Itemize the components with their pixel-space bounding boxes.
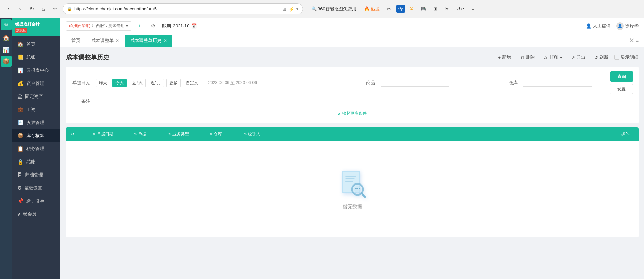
company-settings-button[interactable]: ⚙: [148, 22, 158, 30]
lightning-icon: ⚡: [289, 6, 294, 12]
vip-icon: V: [17, 212, 20, 217]
filter-actions: 查询 设置: [610, 71, 633, 94]
search-icon: 🔍: [311, 6, 317, 11]
warehouse-dots[interactable]: ···: [599, 80, 603, 86]
th-warehouse[interactable]: ⇅ 仓库: [206, 131, 240, 137]
scissors-tool[interactable]: ✂: [385, 5, 393, 13]
th-date[interactable]: ⇅ 单据日期: [89, 131, 131, 137]
tab-cost-adjust-history[interactable]: 成本调整单历史 ✕: [125, 35, 172, 47]
sidebar-item-capital[interactable]: 💰 资金管理: [12, 77, 60, 90]
print-button[interactable]: 🖨 打印 ▾: [541, 53, 565, 62]
th-type[interactable]: ⇅ 业务类型: [165, 131, 206, 137]
address-bar[interactable]: 🔒 https://cloud.chanjet.com/accounting/u…: [63, 3, 303, 14]
company-selector[interactable]: (勿删勿禁用) 江西服宝测试专用 ▾: [66, 21, 131, 31]
svg-point-10: [359, 188, 360, 189]
icon-sidebar: 畅 🏠 📊 📦: [0, 18, 12, 279]
sidebar-item-salary[interactable]: 💼 工资: [12, 103, 60, 116]
date-btn-today[interactable]: 今天: [112, 79, 127, 87]
tab-home[interactable]: 首页: [66, 35, 86, 47]
sidebar-item-fixed-assets[interactable]: 🏛 固定资产: [12, 90, 60, 103]
calendar-icon[interactable]: 📅: [191, 23, 197, 29]
refresh-button[interactable]: ↻: [27, 4, 36, 14]
game-tool[interactable]: 🎮: [418, 5, 428, 13]
new-button[interactable]: + 新增: [495, 53, 514, 62]
select-all-checkbox[interactable]: [82, 132, 86, 136]
more-tabs-button[interactable]: ≡: [636, 38, 639, 43]
sidebar-item-settings[interactable]: ⚙ 基础设置: [12, 181, 60, 194]
wallet-tool[interactable]: ¥: [408, 5, 415, 13]
undo-tool[interactable]: ↺↩: [454, 5, 466, 13]
th-gear[interactable]: ⚙: [66, 132, 78, 136]
tabs-bar: 首页 成本调整单 ✕ 成本调整单历史 ✕ ✕ ≡: [60, 34, 644, 47]
icon-sidebar-item-1[interactable]: 🏠: [1, 32, 12, 43]
period-value: 2021-10: [173, 23, 190, 29]
display-checkbox[interactable]: [614, 55, 619, 60]
refresh-button[interactable]: ↺ 刷新: [591, 53, 611, 62]
date-btn-custom[interactable]: 自定义: [183, 79, 201, 87]
table-header: ⚙ ⇅ 单据日期 ⇅ 单据… ⇅ 业务类型: [66, 127, 639, 141]
icon-sidebar-top1: 畅: [1, 19, 12, 30]
add-company-button[interactable]: +: [135, 22, 144, 31]
tab-cost-adjust[interactable]: 成本调整单 ✕: [86, 35, 125, 47]
sidebar-item-guide[interactable]: 📌 新手引导: [12, 194, 60, 208]
tab-cost-adjust-close[interactable]: ✕: [116, 38, 119, 43]
th-num[interactable]: ⇅ 单据…: [131, 131, 165, 137]
svg-point-9: [357, 188, 358, 189]
tab-cost-adjust-history-close[interactable]: ✕: [163, 38, 167, 43]
query-button[interactable]: 查询: [610, 71, 633, 82]
sidebar-item-home[interactable]: 🏠 首页: [12, 38, 60, 51]
menu-tool[interactable]: ≡: [470, 5, 476, 13]
goods-dots[interactable]: ···: [456, 80, 460, 86]
sidebar-item-ledger[interactable]: 📒 总账: [12, 51, 60, 64]
search-box[interactable]: 🔍 360智能抠图免费用: [309, 4, 359, 13]
sort-handler-icon: ⇅: [244, 132, 247, 136]
hot-search[interactable]: 🔥 热搜: [362, 4, 382, 13]
svg-rect-2: [345, 176, 356, 177]
home-button[interactable]: ⌂: [38, 4, 48, 14]
date-btn-yesterday[interactable]: 昨天: [96, 79, 110, 87]
filter-settings-button[interactable]: 设置: [610, 84, 633, 94]
forward-button[interactable]: ›: [15, 4, 25, 14]
svg-rect-3: [345, 178, 355, 179]
svg-line-7: [361, 193, 365, 197]
page-content: 成本调整单历史 + 新增 🗑 删除 🖨 打印 ▾: [60, 47, 644, 279]
main-sidebar: 畅捷通好会计 旗舰版 🏠 首页 📒 总账 📊 云报表中心 💰 资金管理: [12, 18, 60, 279]
th-checkbox[interactable]: [78, 132, 89, 136]
consultant-button[interactable]: 👤 人工咨询: [586, 23, 611, 29]
icon-sidebar-item-2[interactable]: 📊: [1, 44, 12, 55]
sidebar-item-vip[interactable]: V 畅会员: [12, 208, 60, 221]
brightness-tool[interactable]: ☀: [443, 5, 451, 13]
back-button[interactable]: ‹: [3, 4, 13, 14]
note-input[interactable]: [96, 98, 199, 105]
sidebar-item-archive[interactable]: 🗄 归档管理: [12, 168, 60, 181]
sidebar-item-inventory[interactable]: 📦 库存核算: [12, 129, 60, 142]
browser-chrome: ‹ › ↻ ⌂ ☆ 🔒 https://cloud.chanjet.com/ac…: [0, 0, 644, 18]
translate-tool[interactable]: 译: [396, 5, 405, 13]
delete-button[interactable]: 🗑 删除: [517, 53, 538, 62]
dropdown-arrow[interactable]: ▾: [296, 7, 298, 11]
close-window-button[interactable]: ✕: [629, 37, 634, 44]
sidebar-item-tax[interactable]: 📋 税务管理: [12, 142, 60, 155]
settings-icon: ⚙: [17, 185, 22, 191]
goods-input[interactable]: [381, 79, 449, 87]
reports-icon: 📊: [17, 67, 24, 74]
warehouse-input[interactable]: [523, 79, 592, 87]
date-btn-month[interactable]: 近1月: [148, 79, 165, 87]
star-button[interactable]: ☆: [50, 4, 60, 14]
svg-rect-4: [345, 181, 353, 182]
grid-tool[interactable]: ⊞: [431, 5, 439, 13]
display-toggle[interactable]: 显示明细: [614, 54, 639, 60]
user-button[interactable]: 👤 徐译华: [616, 22, 639, 30]
date-btn-more[interactable]: 更多: [166, 79, 181, 87]
sidebar-item-reports[interactable]: 📊 云报表中心: [12, 64, 60, 77]
user-avatar: 👤: [616, 22, 624, 30]
sidebar-item-invoice[interactable]: 🧾 发票管理: [12, 116, 60, 129]
th-handler[interactable]: ⇅ 经手人: [240, 131, 282, 137]
icon-sidebar-item-3[interactable]: 📦: [1, 56, 12, 67]
sort-warehouse-icon: ⇅: [210, 132, 212, 136]
collapse-button[interactable]: ∧ 收起更多条件: [71, 109, 633, 119]
th-ops: 操作: [618, 131, 639, 137]
sidebar-item-closing[interactable]: 🔒 结账: [12, 155, 60, 168]
date-btn-week[interactable]: 近7天: [129, 79, 146, 87]
export-button[interactable]: ↗ 导出: [568, 53, 588, 62]
